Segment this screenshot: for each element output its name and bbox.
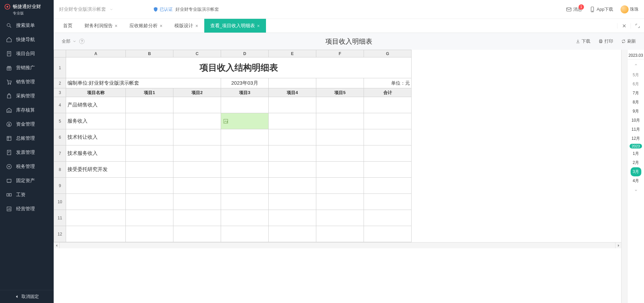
cell-C6[interactable]	[173, 129, 221, 145]
col-header-B[interactable]: B	[126, 50, 173, 57]
cell-B6[interactable]	[126, 129, 173, 145]
cell-A5[interactable]: 服务收入	[66, 113, 126, 129]
sidebar-item-1[interactable]: 快捷导航	[0, 33, 54, 47]
cell-F10[interactable]	[316, 194, 364, 210]
col-header-E[interactable]: E	[269, 50, 316, 57]
sidebar-item-8[interactable]: 总账管理	[0, 131, 54, 145]
cell-A11[interactable]	[66, 210, 126, 226]
cell-A4[interactable]: 产品销售收入	[66, 97, 126, 113]
cell-B8[interactable]	[126, 162, 173, 178]
cell-E10[interactable]	[269, 194, 316, 210]
cell-F7[interactable]	[316, 145, 364, 162]
cell-C10[interactable]	[173, 194, 221, 210]
row-header-2[interactable]: 2	[54, 78, 66, 88]
tab-4[interactable]: 查看_项目收入明细表×	[204, 19, 266, 33]
scroll-right-button[interactable]	[615, 243, 621, 248]
cell-F8[interactable]	[316, 162, 364, 178]
cell-A8[interactable]: 接受委托研究开发	[66, 162, 126, 178]
sheet-corner[interactable]	[54, 50, 66, 57]
cell-E12[interactable]	[269, 226, 316, 242]
cell-B5[interactable]	[126, 113, 173, 129]
tab-close-icon[interactable]: ×	[257, 23, 260, 29]
cell-A9[interactable]	[66, 178, 126, 194]
cell-E4[interactable]	[269, 97, 316, 113]
month-up-button[interactable]	[634, 62, 638, 68]
month-item-3[interactable]: 8月	[631, 98, 641, 107]
year-badge[interactable]: 2023	[630, 144, 642, 148]
scroll-left-button[interactable]	[54, 243, 60, 248]
cell-G4[interactable]	[364, 97, 412, 113]
row-header-10[interactable]: 10	[54, 194, 66, 210]
cell-C8[interactable]	[173, 162, 221, 178]
month-down-button[interactable]	[634, 188, 638, 194]
month-item-11[interactable]: 3月	[631, 167, 641, 176]
cell-D5[interactable]	[221, 113, 269, 129]
cell-F4[interactable]	[316, 97, 364, 113]
user-menu[interactable]: 珠珠	[621, 5, 639, 13]
sidebar-item-10[interactable]: 税务管理	[0, 160, 54, 174]
cell-C11[interactable]	[173, 210, 221, 226]
cell-G11[interactable]	[364, 210, 412, 226]
month-item-1[interactable]: 6月	[631, 80, 641, 89]
messages-button[interactable]: 消息 1	[566, 6, 582, 12]
cell-B9[interactable]	[126, 178, 173, 194]
cell-F5[interactable]	[316, 113, 364, 129]
cell-D8[interactable]	[221, 162, 269, 178]
tab-close-icon[interactable]: ×	[160, 23, 162, 29]
col-header-A[interactable]: A	[66, 50, 126, 57]
cell-B7[interactable]	[126, 145, 173, 162]
tab-1[interactable]: 财务利润报告×	[78, 19, 123, 33]
cell-E5[interactable]	[269, 113, 316, 129]
vertical-scrollbar[interactable]	[621, 50, 627, 303]
cell-D11[interactable]	[221, 210, 269, 226]
tab-0[interactable]: 首页	[57, 19, 78, 33]
month-item-2[interactable]: 7月	[631, 89, 641, 98]
cell-B10[interactable]	[126, 194, 173, 210]
refresh-button[interactable]: 刷新	[621, 38, 636, 44]
row-header-1[interactable]: 1	[54, 57, 66, 78]
sidebar-item-0[interactable]: 搜索菜单	[0, 18, 54, 33]
cell-A6[interactable]: 技术转让收入	[66, 129, 126, 145]
cell-G7[interactable]	[364, 145, 412, 162]
cell-F6[interactable]	[316, 129, 364, 145]
month-item-0[interactable]: 5月	[631, 71, 641, 80]
col-header-G[interactable]: G	[364, 50, 412, 57]
month-panel-head[interactable]: 2023.03	[628, 52, 644, 59]
cell-C9[interactable]	[173, 178, 221, 194]
cell-E6[interactable]	[269, 129, 316, 145]
sidebar-unpin[interactable]: 取消固定	[0, 290, 54, 303]
filter-dropdown[interactable]: 全部	[62, 38, 76, 44]
row-header-7[interactable]: 7	[54, 145, 66, 162]
month-item-9[interactable]: 1月	[631, 149, 641, 158]
month-item-4[interactable]: 9月	[631, 107, 641, 116]
print-button[interactable]: 打印	[598, 38, 613, 44]
cell-G6[interactable]	[364, 129, 412, 145]
cell-G12[interactable]	[364, 226, 412, 242]
row-header-8[interactable]: 8	[54, 162, 66, 178]
month-item-10[interactable]: 2月	[631, 158, 641, 167]
cell-E7[interactable]	[269, 145, 316, 162]
sidebar-item-13[interactable]: 经营管理	[0, 202, 54, 216]
cell-B4[interactable]	[126, 97, 173, 113]
sidebar-item-5[interactable]: 采购管理	[0, 89, 54, 103]
cell-D9[interactable]	[221, 178, 269, 194]
tab-3[interactable]: 模版设计×	[168, 19, 204, 33]
sidebar-item-12[interactable]: 工资	[0, 188, 54, 202]
row-header-3[interactable]: 3	[54, 88, 66, 97]
cell-G10[interactable]	[364, 194, 412, 210]
cell-E9[interactable]	[269, 178, 316, 194]
sidebar-item-7[interactable]: 资金管理	[0, 117, 54, 131]
sheet-scroll[interactable]: ABCDEFG1项目收入结构明细表2编制单位:好业财专业版演示帐套2023年03…	[54, 50, 621, 303]
tab-2[interactable]: 应收账龄分析×	[123, 19, 168, 33]
horizontal-scrollbar[interactable]	[54, 242, 621, 248]
col-header-C[interactable]: C	[173, 50, 221, 57]
month-item-6[interactable]: 11月	[631, 125, 641, 134]
row-header-6[interactable]: 6	[54, 129, 66, 145]
sidebar-item-11[interactable]: 固定资产	[0, 174, 54, 188]
cell-A10[interactable]	[66, 194, 126, 210]
month-item-12[interactable]: 4月	[631, 176, 641, 185]
col-header-D[interactable]: D	[221, 50, 269, 57]
sidebar-item-6[interactable]: 库存核算	[0, 103, 54, 117]
tabs-close-button[interactable]	[617, 23, 631, 29]
sidebar-item-4[interactable]: 销售管理	[0, 75, 54, 89]
